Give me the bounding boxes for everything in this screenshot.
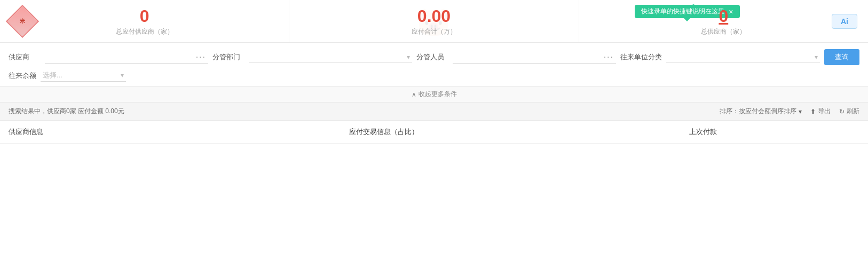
collapse-bar: ∧ 收起更多条件 xyxy=(0,87,868,103)
department-select[interactable]: ▾ xyxy=(249,52,412,62)
filter-supplier: 供应商 ··· xyxy=(9,51,212,64)
department-label: 分管部门 xyxy=(212,52,244,62)
person-input-wrap[interactable]: ··· xyxy=(453,51,616,64)
query-button[interactable]: 查询 xyxy=(824,49,859,65)
sort-label: 排序：按应付会额倒序排序 xyxy=(720,107,796,116)
balance-placeholder: 选择... xyxy=(43,70,121,80)
refresh-label: 刷新 xyxy=(847,107,859,116)
refresh-icon: ↻ xyxy=(839,108,845,115)
table-content xyxy=(0,144,868,275)
ai-badge[interactable]: Ai xyxy=(832,14,857,29)
supplier-label: 供应商 xyxy=(9,52,41,62)
sort-chevron-icon: ▾ xyxy=(799,108,802,115)
collapse-label: 收起更多条件 xyxy=(419,90,457,99)
diamond-icon: 米 xyxy=(11,10,34,33)
sort-select[interactable]: 排序：按应付会额倒序排序 ▾ xyxy=(720,107,802,116)
table-header: 供应商信息 应付交易信息（占比） 上次付款 xyxy=(0,121,868,144)
filter-unit-category: 往来单位分类 ▾ xyxy=(620,52,824,62)
results-info: 搜索结果中，供应商0家 应付金额 0.00元 xyxy=(9,107,124,116)
collapse-up-icon: ∧ xyxy=(412,91,416,98)
export-button[interactable]: ⬆ 导出 xyxy=(810,107,831,116)
balance-label: 往来余额 xyxy=(9,71,41,81)
payable-suppliers-label: 总应付供应商（家） xyxy=(116,27,173,36)
tooltip-wrapper: 快速录单的快捷键说明在这里 × xyxy=(659,2,696,7)
unit-category-select[interactable]: ▾ xyxy=(666,52,820,62)
collapse-button[interactable]: ∧ 收起更多条件 xyxy=(412,90,457,99)
filter-row-1: 供应商 ··· 分管部门 ▾ 分管人员 ··· 往来单位分类 xyxy=(9,49,859,65)
balance-chevron-icon: ▾ xyxy=(121,72,124,79)
col-header-transaction-info: 应付交易信息（占比） xyxy=(349,127,690,137)
filter-bar: 供应商 ··· 分管部门 ▾ 分管人员 ··· 往来单位分类 xyxy=(0,43,868,87)
total-suppliers-count: 0 xyxy=(719,6,728,26)
person-label: 分管人员 xyxy=(416,52,448,62)
payable-total-amount: 0.00 xyxy=(417,6,451,26)
total-suppliers-label: 总供应商（家） xyxy=(701,27,746,36)
supplier-more-icon[interactable]: ··· xyxy=(196,52,206,62)
refresh-button[interactable]: ↻ 刷新 xyxy=(839,107,859,116)
filter-row-2: 往来余额 选择... ▾ xyxy=(9,69,859,82)
filter-department: 分管部门 ▾ xyxy=(212,52,416,62)
supplier-input[interactable] xyxy=(47,53,196,61)
person-input[interactable] xyxy=(455,53,604,61)
department-chevron-icon: ▾ xyxy=(407,53,410,61)
results-actions: 排序：按应付会额倒序排序 ▾ ⬆ 导出 ↻ 刷新 xyxy=(720,107,859,116)
unit-category-chevron-icon: ▾ xyxy=(815,53,818,61)
person-more-icon[interactable]: ··· xyxy=(604,52,614,62)
results-bar: 搜索结果中，供应商0家 应付金额 0.00元 排序：按应付会额倒序排序 ▾ ⬆ … xyxy=(0,103,868,121)
col-header-supplier-info: 供应商信息 xyxy=(9,127,349,137)
filter-person: 分管人员 ··· xyxy=(416,51,620,64)
summary-bar: 米 0 总应付供应商（家） 🐷 0.00 应付合计（万） 快速录单的快捷键说明在… xyxy=(0,0,868,43)
payable-suppliers-count: 0 xyxy=(140,6,149,26)
col-header-last-payment: 上次付款 xyxy=(689,127,859,137)
export-label: 导出 xyxy=(818,107,831,116)
unit-category-label: 往来单位分类 xyxy=(620,52,662,62)
summary-card-payable-total: 🐷 0.00 应付合计（万） xyxy=(289,0,579,42)
balance-select[interactable]: 选择... ▾ xyxy=(41,69,126,82)
summary-card-suppliers-payable: 米 0 总应付供应商（家） xyxy=(0,0,289,42)
summary-card-total-suppliers: 快速录单的快捷键说明在这里 × 0 总供应商（家） Ai xyxy=(579,0,868,42)
payable-total-label: 应付合计（万） xyxy=(412,27,456,36)
export-icon: ⬆ xyxy=(810,108,816,115)
supplier-input-wrap[interactable]: ··· xyxy=(45,51,208,64)
